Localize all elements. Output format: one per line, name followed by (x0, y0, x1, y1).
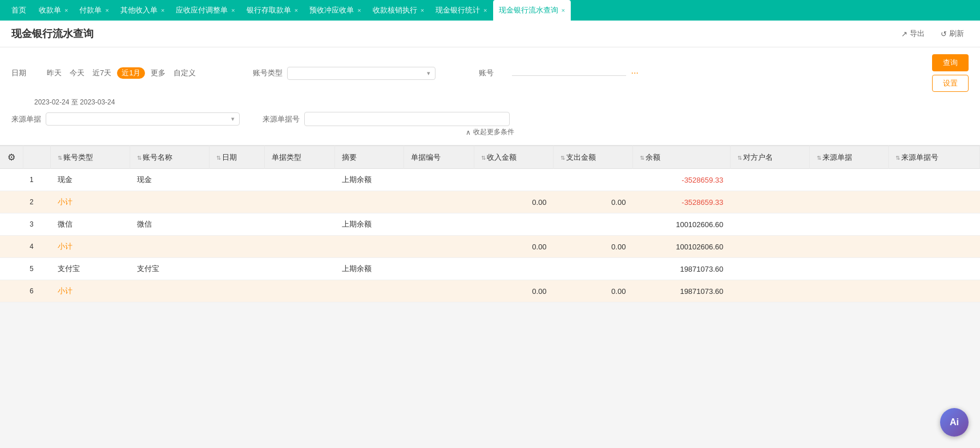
nav-item-付款单[interactable]: 付款单× (74, 0, 114, 21)
nav-item-银行存取款单[interactable]: 银行存取款单× (241, 0, 304, 21)
source-doc-num-input[interactable] (304, 112, 510, 126)
row-doc-type (265, 213, 335, 236)
nav-item-预收冲应收单[interactable]: 预收冲应收单× (304, 0, 366, 21)
row-doc-num (404, 213, 474, 236)
nav-home[interactable]: 首页 (5, 0, 33, 21)
col-header-expense[interactable]: ⇅支出金额 (554, 146, 633, 169)
col-header-summary: 摘要 (335, 146, 404, 169)
col-header-balance[interactable]: ⇅余额 (632, 146, 730, 169)
close-icon[interactable]: × (295, 7, 298, 14)
account-filter: ··· (512, 68, 638, 78)
row-source-doc (809, 280, 889, 302)
page-header: 现金银行流水查询 ↗ 导出 ↺ 刷新 (0, 21, 980, 47)
row-doc-type (265, 280, 335, 302)
filter-area: 日期 昨天今天近7天近1月更多自定义 账号类型 ▾ 账号 ··· 查询 设置 2… (0, 47, 980, 146)
row-balance: 100102606.60 (632, 213, 730, 236)
date-opt-近7天[interactable]: 近7天 (90, 67, 114, 79)
row-summary: 上期余额 (335, 169, 404, 191)
col-header-income[interactable]: ⇅收入金额 (474, 146, 554, 169)
nav-item-收款单[interactable]: 收款单× (33, 0, 74, 21)
sort-icon: ⇅ (640, 155, 644, 161)
date-opt-近1月[interactable]: 近1月 (117, 67, 145, 79)
row-gear-cell (0, 191, 23, 213)
row-source-doc-num (889, 169, 980, 191)
row-account-type: 小计 (51, 191, 130, 213)
account-type-select[interactable]: ▾ (287, 67, 435, 80)
source-doc-num-label: 来源单据号 (263, 114, 300, 124)
col-header-doc_type: 单据类型 (265, 146, 335, 169)
date-opt-自定义[interactable]: 自定义 (171, 67, 198, 79)
close-icon[interactable]: × (231, 7, 235, 14)
row-expense (554, 213, 633, 236)
row-account-name (130, 280, 209, 302)
source-doc-arrow-icon: ▾ (231, 115, 235, 123)
row-income (474, 213, 554, 236)
nav-item-现金银行统计[interactable]: 现金银行统计× (430, 0, 493, 21)
row-balance: 100102606.60 (632, 236, 730, 258)
account-input-area[interactable] (512, 71, 626, 76)
date-options: 昨天今天近7天近1月更多自定义 (45, 67, 198, 79)
col-header-source_doc_num[interactable]: ⇅来源单据号 (889, 146, 980, 169)
close-icon[interactable]: × (64, 7, 68, 14)
close-icon[interactable]: × (357, 7, 361, 14)
close-icon[interactable]: × (483, 7, 487, 14)
row-source-doc-num (889, 213, 980, 236)
gear-icon[interactable]: ⚙ (7, 152, 15, 162)
date-opt-更多[interactable]: 更多 (148, 67, 168, 79)
date-label: 日期 (11, 68, 40, 78)
date-filter-group: 日期 昨天今天近7天近1月更多自定义 (11, 67, 198, 79)
row-source-doc (809, 213, 889, 236)
close-icon[interactable]: × (562, 7, 565, 14)
export-button[interactable]: ↗ 导出 (897, 26, 929, 41)
row-doc-type (265, 169, 335, 191)
close-icon[interactable]: × (161, 7, 164, 14)
row-expense (554, 169, 633, 191)
source-doc-group: 来源单据 ▾ (11, 112, 240, 126)
source-doc-select[interactable]: ▾ (46, 112, 240, 126)
row-source-doc-num (889, 191, 980, 213)
col-header-date[interactable]: ⇅日期 (209, 146, 265, 169)
date-range-row: 2023-02-24 至 2023-03-24 (11, 98, 969, 107)
row-index: 2 (23, 191, 51, 213)
nav-item-收款核销执行[interactable]: 收款核销执行× (367, 0, 430, 21)
col-header-source_doc[interactable]: ⇅来源单据 (809, 146, 889, 169)
close-icon[interactable]: × (421, 7, 424, 14)
col-header-account_name[interactable]: ⇅账号名称 (130, 146, 209, 169)
row-summary (335, 191, 404, 213)
query-button[interactable]: 查询 (932, 54, 969, 71)
collapse-bar[interactable]: ∧ 收起更多条件 (11, 126, 969, 138)
row-expense (554, 258, 633, 280)
row-counterparty (730, 213, 809, 236)
row-index: 5 (23, 258, 51, 280)
row-doc-num (404, 191, 474, 213)
close-icon[interactable]: × (105, 7, 108, 14)
sort-icon: ⇅ (58, 155, 62, 161)
source-doc-label: 来源单据 (11, 114, 41, 124)
date-opt-今天[interactable]: 今天 (67, 67, 87, 79)
row-doc-type (265, 191, 335, 213)
nav-item-现金银行流水查询[interactable]: 现金银行流水查询× (493, 0, 571, 21)
row-gear-cell (0, 280, 23, 302)
settings-button[interactable]: 设置 (932, 75, 969, 92)
row-date (209, 236, 265, 258)
row-income: 0.00 (474, 191, 554, 213)
row-account-name: 微信 (130, 213, 209, 236)
refresh-button[interactable]: ↺ 刷新 (936, 26, 969, 41)
col-header-counterparty[interactable]: ⇅对方户名 (730, 146, 809, 169)
nav-item-应收应付调整单[interactable]: 应收应付调整单× (170, 0, 240, 21)
row-gear-cell (0, 213, 23, 236)
col-header-account_type[interactable]: ⇅账号类型 (51, 146, 130, 169)
nav-item-其他收入单[interactable]: 其他收入单× (115, 0, 170, 21)
filter-row-1: 日期 昨天今天近7天近1月更多自定义 账号类型 ▾ 账号 ··· 查询 设置 (11, 54, 969, 92)
sort-icon: ⇅ (560, 155, 565, 161)
row-counterparty (730, 236, 809, 258)
top-nav: 首页 收款单×付款单×其他收入单×应收应付调整单×银行存取款单×预收冲应收单×收… (0, 0, 980, 21)
date-opt-昨天[interactable]: 昨天 (45, 67, 64, 79)
row-source-doc-num (889, 280, 980, 302)
row-doc-num (404, 258, 474, 280)
row-summary: 上期余额 (335, 258, 404, 280)
source-doc-num-group: 来源单据号 (263, 112, 510, 126)
refresh-icon: ↺ (941, 30, 947, 38)
account-dots-icon[interactable]: ··· (631, 68, 638, 78)
data-table: ⚙⇅账号类型⇅账号名称⇅日期单据类型摘要单据编号⇅收入金额⇅支出金额⇅余额⇅对方… (0, 146, 980, 302)
